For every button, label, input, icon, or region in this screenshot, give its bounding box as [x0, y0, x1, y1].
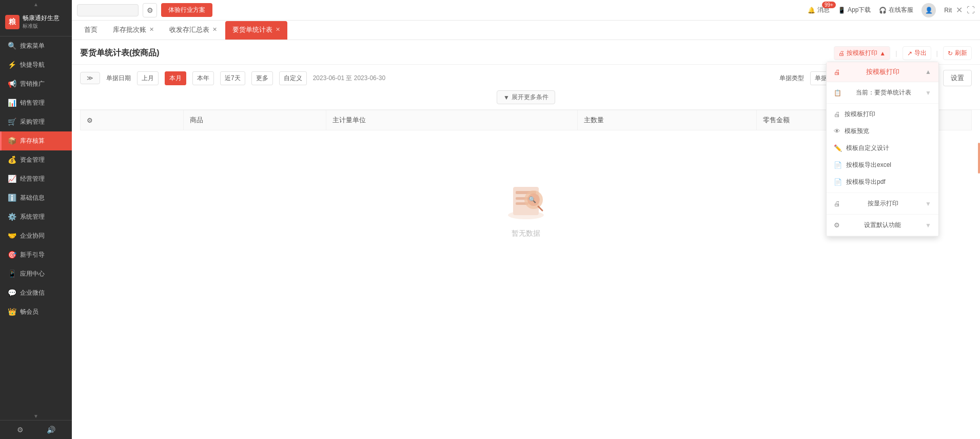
- page-toolbar: 🖨 按模板打印 ▲ | ↗ 导出 | ↻ 刷新: [834, 46, 972, 60]
- tab-batch-account-close[interactable]: ✕: [149, 26, 154, 33]
- tab-batch-account[interactable]: 库存批次账 ✕: [106, 21, 161, 40]
- date-prev-month-btn[interactable]: 上月: [137, 71, 159, 85]
- dropdown-settings-section: ⚙ 设置默认功能 ▼: [827, 215, 938, 236]
- topbar-experience-btn[interactable]: 体验行业方案: [161, 3, 212, 17]
- tab-collect-summary[interactable]: 收发存汇总表 ✕: [162, 21, 224, 40]
- finance-icon: 💰: [7, 156, 17, 164]
- app-edition: 标准版: [23, 23, 60, 30]
- dropdown-item-template-design[interactable]: ✏️ 模板自定义设计: [827, 140, 938, 157]
- dropdown-header[interactable]: 🖨 按模板打印 ▲: [827, 62, 938, 82]
- date-more-btn[interactable]: 更多: [251, 71, 273, 85]
- app-logo-icon: 粮: [5, 15, 19, 29]
- svg-line-7: [538, 206, 542, 211]
- guide-icon: 🎯: [7, 251, 17, 259]
- sidebar-item-collab[interactable]: 🤝 企业协同: [0, 226, 72, 245]
- notification-badge: 99+: [822, 2, 836, 8]
- user-name[interactable]: Rit: [944, 7, 952, 14]
- date-current-month-btn[interactable]: 本月: [165, 71, 186, 85]
- dropdown-current-template[interactable]: 📋 当前：要货单统计表 ▼: [827, 84, 938, 101]
- app-name: 畅康通好生意: [23, 14, 60, 23]
- topbar-online-service[interactable]: 🎧 在线客服: [879, 6, 913, 14]
- window-maximize-btn[interactable]: ⛶: [967, 6, 975, 15]
- display-print-arrow: ▼: [925, 200, 931, 207]
- sidebar-item-apps[interactable]: 📱 应用中心: [0, 264, 72, 283]
- user-icon: 👤: [925, 7, 933, 14]
- sidebar-item-member[interactable]: 👑 畅会员: [0, 302, 72, 321]
- sidebar-scroll-up[interactable]: ▲: [0, 0, 72, 8]
- export-btn[interactable]: ↗ 导出: [903, 46, 931, 60]
- filter-expand-left-btn[interactable]: ≫: [80, 72, 100, 84]
- sidebar-item-inventory[interactable]: 📦 库存核算: [0, 131, 72, 150]
- arrow-icon: ▼: [925, 89, 931, 97]
- dropdown-item-set-default[interactable]: ⚙ 设置默认功能 ▼: [827, 217, 938, 234]
- sidebar-item-search[interactable]: 🔍 搜索菜单: [0, 36, 72, 55]
- download-icon: 📱: [838, 7, 846, 14]
- sidebar-item-purchase[interactable]: 🛒 采购管理: [0, 112, 72, 131]
- display-print-icon: 🖨: [834, 200, 840, 207]
- tab-home[interactable]: 首页: [77, 21, 105, 40]
- expand-more-conditions-btn[interactable]: ▼ 展开更多条件: [497, 90, 555, 104]
- divider: |: [895, 49, 897, 57]
- dropdown-item-export-pdf[interactable]: 📄 按模板导出pdf: [827, 174, 938, 190]
- user-avatar[interactable]: 👤: [922, 3, 936, 17]
- sidebar-sound-btn[interactable]: 🔊: [47, 426, 55, 434]
- page-title: 要货单统计表(按商品): [80, 48, 160, 59]
- sidebar-item-marketing[interactable]: 📢 营销推广: [0, 74, 72, 93]
- topbar-app-download[interactable]: 📱 App下载: [838, 6, 871, 14]
- sidebar-item-system[interactable]: ⚙️ 系统管理: [0, 207, 72, 226]
- export-icon: ↗: [907, 50, 912, 57]
- col-quantity: 主数量: [578, 110, 756, 130]
- search-icon: 🔍: [7, 42, 17, 50]
- sidebar-item-guide[interactable]: 🎯 新手引导: [0, 245, 72, 264]
- date-custom-btn[interactable]: 自定义: [279, 71, 307, 85]
- design-icon: ✏️: [834, 144, 842, 152]
- topbar-settings-btn[interactable]: ⚙: [143, 3, 157, 17]
- sidebar-item-quick-nav[interactable]: ⚡ 快捷导航: [0, 55, 72, 74]
- topbar-actions: 🔔 消息 99+ 📱 App下载 🎧 在线客服 👤 Rit: [808, 3, 952, 17]
- dropdown-actions-section: 🖨 按模板打印 👁 模板预览 ✏️ 模板自定义设计 📄 按模板导出excel 📄: [827, 104, 938, 193]
- sidebar-settings-btn[interactable]: ⚙: [17, 426, 24, 434]
- refresh-icon: ↻: [948, 50, 953, 57]
- operation-icon: 📈: [7, 175, 17, 183]
- tab-order-stats-close[interactable]: ✕: [276, 26, 280, 33]
- col-product: 商品: [184, 110, 326, 130]
- basic-icon: ℹ️: [7, 194, 17, 202]
- empty-illustration: 🔍: [500, 171, 552, 223]
- doc-type-filter-label: 单据类型: [779, 74, 804, 83]
- print-dropdown-menu: 🖨 按模板打印 ▲ 📋 当前：要货单统计表 ▼ 🖨 按模板打印 👁 模板预: [826, 62, 939, 237]
- sidebar-item-finance[interactable]: 💰 资金管理: [0, 150, 72, 169]
- topbar-search-input[interactable]: [77, 4, 139, 16]
- dropdown-item-export-excel[interactable]: 📄 按模板导出excel: [827, 157, 938, 174]
- wechat-icon: 💬: [7, 289, 17, 297]
- print-icon: 🖨: [834, 110, 840, 118]
- dropdown-close-btn[interactable]: ▲: [925, 68, 931, 75]
- sidebar-item-operation[interactable]: 📈 经营管理: [0, 169, 72, 188]
- set-default-arrow: ▼: [925, 222, 931, 229]
- col-unit: 主计量单位: [326, 110, 578, 130]
- refresh-btn[interactable]: ↻ 刷新: [943, 46, 972, 60]
- tab-order-stats[interactable]: 要货单统计表 ✕: [225, 21, 287, 40]
- sidebar-item-basic[interactable]: ℹ️ 基础信息: [0, 188, 72, 207]
- date-current-year-btn[interactable]: 本年: [192, 71, 214, 85]
- template-icon: 📋: [834, 89, 841, 97]
- dropdown-item-template-print[interactable]: 🖨 按模板打印: [827, 106, 938, 123]
- column-settings-btn[interactable]: 设置: [943, 70, 972, 86]
- col-settings[interactable]: ⚙: [81, 110, 184, 130]
- sidebar-item-wechat[interactable]: 💬 企业微信: [0, 283, 72, 302]
- date-7days-btn[interactable]: 近7天: [220, 71, 245, 85]
- window-close-btn[interactable]: ✕: [956, 5, 963, 15]
- dropdown-display-section: 🖨 按显示打印 ▼: [827, 193, 938, 215]
- page-header: 要货单统计表(按商品) 🖨 按模板打印 ▲ | ↗ 导出 | ↻: [72, 40, 980, 65]
- scrollbar-indicator[interactable]: [978, 143, 980, 174]
- topbar-notifications[interactable]: 🔔 消息 99+: [808, 6, 830, 14]
- content-area: 要货单统计表(按商品) 🖨 按模板打印 ▲ | ↗ 导出 | ↻: [72, 40, 980, 439]
- sidebar: ▲ 粮 畅康通好生意 标准版 🔍 搜索菜单 ⚡ 快捷导航 📢 营销推广 📊 销售…: [0, 0, 72, 439]
- sidebar-nav: 🔍 搜索菜单 ⚡ 快捷导航 📢 营销推广 📊 销售管理 🛒 采购管理 📦 库存核…: [0, 36, 72, 412]
- dropdown-item-template-preview[interactable]: 👁 模板预览: [827, 123, 938, 140]
- sidebar-item-sales[interactable]: 📊 销售管理: [0, 93, 72, 112]
- dropdown-item-display-print[interactable]: 🖨 按显示打印 ▼: [827, 195, 938, 212]
- print-template-btn[interactable]: 🖨 按模板打印 ▲: [834, 46, 890, 60]
- expand-left-icon: ≫: [87, 74, 93, 82]
- tab-collect-summary-close[interactable]: ✕: [212, 26, 217, 33]
- sidebar-scroll-down[interactable]: ▼: [0, 412, 72, 420]
